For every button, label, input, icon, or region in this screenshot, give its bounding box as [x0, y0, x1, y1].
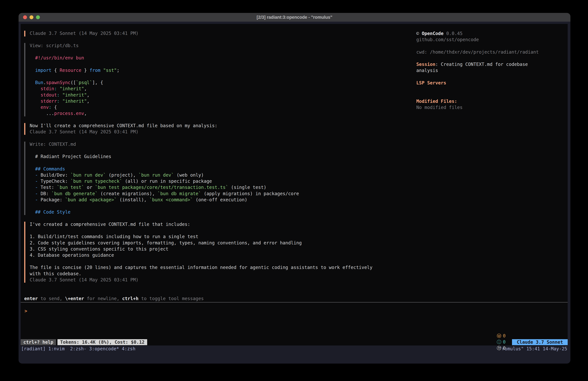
terminal-line: 3. CSS styling conventions specific to t…	[30, 246, 401, 252]
diagnostics-counters: Ⓦ0 ⓘ0 ⓗ0	[475, 328, 509, 357]
message-accent-bar	[24, 123, 25, 135]
terminal-line: 1. Build/lint/test commands including ho…	[30, 234, 401, 240]
warning-count: 0	[503, 333, 506, 338]
terminal-line: cwd: /home/thdxr/dev/projects/radiant/ra…	[416, 49, 566, 55]
terminal-line: 4. Database operations guidance	[30, 252, 401, 258]
terminal-line	[30, 227, 401, 234]
terminal-line: analysis	[416, 67, 566, 74]
terminal-line: Now I'll create a comprehensive CONTEXT.…	[30, 123, 401, 129]
terminal-line: View: script/db.ts	[30, 43, 401, 49]
model-badge: Claude 3.7 Sonnet	[512, 339, 568, 345]
terminal-line	[416, 92, 566, 98]
prompt-chevron-icon: >	[24, 308, 27, 314]
terminal-line: import { Resource } from "sst";	[30, 67, 401, 73]
terminal-line: Write: CONTEXT.md	[30, 141, 401, 147]
terminal-line: #!/usr/bin/env bun	[30, 55, 401, 61]
message-accent-bar	[24, 222, 25, 283]
terminal-line: 2. Code style guidelines covering import…	[30, 240, 401, 246]
terminal-line	[30, 61, 401, 67]
terminal-line	[30, 147, 401, 154]
terminal-line: - DB: `bun db generate` (create migratio…	[30, 191, 401, 197]
terminal-line: - Build/Dev: `bun run dev` (project), `b…	[30, 172, 401, 178]
terminal-line: Session: Creating CONTEXT.md for codebas…	[416, 61, 566, 67]
terminal-line	[30, 49, 401, 55]
input-hint: enter to send, \+enter for newline, ctrl…	[24, 296, 204, 302]
terminal-line: github.com/sst/opencode	[416, 37, 566, 43]
terminal-line: Bun.spawnSync([`psql`], {	[30, 80, 401, 86]
terminal-line: ## Code Style	[30, 209, 401, 215]
info-icon: ⓘ	[497, 339, 501, 345]
terminal-line	[416, 74, 566, 80]
terminal-line	[30, 160, 401, 166]
terminal-line: stdout: "inherit",	[30, 92, 401, 98]
opencode-tui: Claude 3.7 Sonnet (14 May 2025 03:41 PM)…	[21, 24, 568, 345]
tmux-session-info: "romulus" 15:41 14-May-25	[499, 346, 567, 352]
desktop: { "window": { "title": "[2/3] radiant:3:…	[0, 0, 588, 381]
terminal-line: ## Commands	[30, 166, 401, 172]
tmux-window-list[interactable]: [radiant] 1:nvim 2:zsh- 3:opencode* 4:zs…	[21, 346, 135, 352]
window-titlebar[interactable]: [2/3] radiant:3:opencode - "romulus"	[19, 13, 570, 22]
terminal-line	[416, 43, 566, 49]
terminal-line: The file is concise (20 lines) and captu…	[30, 265, 401, 270]
tmux-status-bar: [radiant] 1:nvim 2:zsh- 3:opencode* 4:zs…	[21, 345, 568, 352]
terminal-line: enter to send, \+enter for newline, ctrl…	[24, 296, 204, 302]
terminal-line	[30, 73, 401, 80]
terminal-line	[30, 258, 401, 265]
input-divider	[21, 302, 568, 303]
terminal-line: Modified Files:	[416, 98, 566, 104]
terminal-line: LSP Servers	[416, 80, 566, 86]
prompt-input[interactable]: >	[24, 308, 564, 314]
tokens-cost-badge: Tokens: 16.4K (8%), Cost: $0.12	[58, 339, 147, 345]
terminal-line: - Package: `bun add <package>` (install)…	[30, 197, 401, 203]
warning-icon: Ⓦ	[497, 333, 501, 338]
terminal-line: - Test: `bun test` or `bun test packages…	[30, 184, 401, 190]
window-title: [2/3] radiant:3:opencode - "romulus"	[19, 13, 570, 22]
terminal-line: env: {	[30, 104, 401, 111]
terminal-line	[30, 203, 401, 209]
help-shortcut-badge: ctrl+? help	[21, 339, 56, 345]
terminal-line	[416, 55, 566, 61]
session-sidebar: © OpenCode 0.0.45github.com/sst/opencode…	[416, 30, 566, 111]
terminal-line: stdin: "inherit",	[30, 86, 401, 92]
info-count: 0	[503, 339, 506, 345]
terminal-window: [2/3] radiant:3:opencode - "romulus" Cla…	[19, 13, 570, 363]
terminal-line	[416, 86, 566, 92]
terminal-line: - TypeCheck: `bun run typecheck` (all) o…	[30, 178, 401, 184]
terminal-line: with this codebase.	[30, 271, 401, 277]
status-bar: ctrl+? help Tokens: 16.4K (8%), Cost: $0…	[21, 339, 568, 345]
tool-accent-bar	[24, 43, 25, 116]
terminal-line: No modified files	[416, 104, 566, 111]
message-accent-bar	[24, 31, 25, 37]
terminal-line: # Radiant Project Guidelines	[30, 154, 401, 160]
terminal-line: I've created a comprehensive CONTEXT.md …	[30, 221, 401, 227]
terminal-line: Claude 3.7 Sonnet (14 May 2025 03:41 PM)	[30, 129, 401, 135]
terminal-line: © OpenCode 0.0.45	[416, 30, 566, 37]
terminal-line: stderr: "inherit",	[30, 98, 401, 104]
terminal-line: Claude 3.7 Sonnet (14 May 2025 03:41 PM)	[30, 277, 401, 283]
terminal-line: ...process.env,	[30, 111, 401, 116]
tool-accent-bar	[24, 142, 25, 215]
terminal-line: Claude 3.7 Sonnet (14 May 2025 03:41 PM)	[30, 30, 401, 37]
